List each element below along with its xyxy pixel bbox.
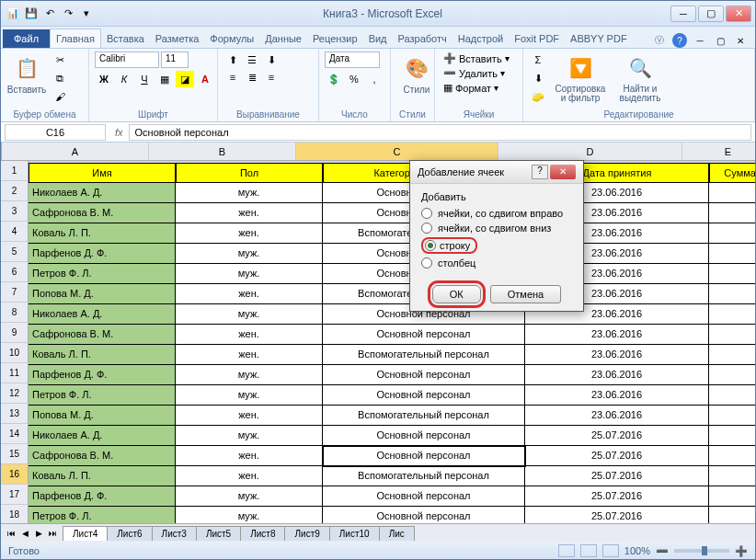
tab-home[interactable]: Главная — [50, 29, 101, 48]
cell[interactable]: Николаев А. Д. — [29, 304, 176, 325]
formula-input[interactable]: Основной персонал — [129, 124, 751, 141]
view-layout-icon[interactable] — [580, 544, 597, 557]
align-right-icon[interactable]: ≡ — [262, 69, 281, 86]
tab-addins[interactable]: Надстрой — [452, 29, 509, 48]
cell[interactable]: муж. — [176, 486, 323, 507]
row-header-12[interactable]: 12 — [1, 383, 29, 404]
cell[interactable] — [709, 507, 755, 523]
cell[interactable] — [709, 183, 755, 203]
sheet-tab[interactable]: Лист6 — [107, 526, 152, 541]
cell[interactable]: муж. — [176, 365, 323, 385]
ribbon-minimize-window[interactable]: ─ — [693, 33, 707, 48]
row-header-15[interactable]: 15 — [1, 444, 29, 464]
sheet-next-icon[interactable]: ▶ — [32, 527, 45, 540]
cell[interactable]: Попова М. Д. — [29, 284, 176, 304]
row-header-3[interactable]: 3 — [1, 201, 29, 222]
cell[interactable] — [709, 486, 755, 507]
cell[interactable]: 25.07.2016 — [525, 426, 709, 446]
tab-foxit[interactable]: Foxit PDF — [509, 29, 565, 48]
cell[interactable]: 25.07.2016 — [525, 486, 709, 507]
italic-button[interactable]: К — [115, 71, 133, 87]
fill-color-button[interactable]: ◪ — [176, 71, 194, 87]
radio-option-2[interactable] — [425, 240, 436, 251]
cell[interactable]: Сафронова В. М. — [29, 325, 176, 345]
cell[interactable]: жен. — [176, 284, 323, 304]
cell[interactable]: Основной персонал — [323, 426, 525, 446]
cell[interactable] — [709, 223, 755, 244]
cell[interactable]: жен. — [176, 446, 323, 466]
redo-icon[interactable]: ↷ — [60, 6, 76, 22]
row-header-16[interactable]: 16 — [1, 464, 29, 485]
cell[interactable]: Сафронова В. М. — [29, 203, 176, 223]
cell[interactable] — [709, 446, 755, 466]
cell[interactable]: жен. — [176, 406, 323, 426]
cell[interactable]: муж. — [176, 264, 323, 284]
align-left-icon[interactable]: ≡ — [223, 69, 242, 86]
file-tab[interactable]: Файл — [3, 29, 50, 48]
cell[interactable]: 23.06.2016 — [525, 365, 709, 385]
cell[interactable]: Коваль Л. П. — [29, 466, 176, 486]
autosum-icon[interactable]: Σ — [529, 51, 547, 68]
clear-icon[interactable]: 🧽 — [529, 88, 547, 105]
minimize-ribbon-icon[interactable]: ⓥ — [652, 33, 667, 48]
cell[interactable]: 25.07.2016 — [525, 507, 709, 523]
cell[interactable]: Вспомогательный персонал — [323, 406, 525, 426]
cell[interactable] — [709, 365, 755, 385]
border-button[interactable]: ▦ — [155, 71, 174, 87]
cell[interactable]: Парфенов Д. Ф. — [29, 244, 176, 264]
dialog-titlebar[interactable]: Добавление ячеек ? ✕ — [410, 161, 583, 184]
table-header[interactable]: Пол — [176, 163, 323, 183]
cell[interactable]: Петров Ф. Л. — [29, 385, 176, 406]
cell[interactable]: 23.06.2016 — [525, 345, 709, 365]
undo-icon[interactable]: ↶ — [41, 6, 58, 22]
row-header-5[interactable]: 5 — [1, 242, 29, 262]
sort-filter-button[interactable]: 🔽 Сортировка и фильтр — [551, 51, 610, 105]
format-painter-icon[interactable]: 🖌 — [51, 88, 69, 105]
cell[interactable]: жен. — [176, 466, 323, 486]
cell[interactable]: муж. — [176, 507, 323, 523]
cell[interactable]: муж. — [176, 385, 323, 406]
cell[interactable]: 25.07.2016 — [525, 446, 709, 466]
cell[interactable]: Сафронова В. М. — [29, 446, 176, 466]
cell[interactable]: жен. — [176, 223, 323, 244]
cell[interactable] — [709, 325, 755, 345]
column-header-D[interactable]: D — [498, 143, 682, 161]
format-cells-button[interactable]: ▦Формат ▾ — [441, 81, 517, 95]
cells-area[interactable]: ИмяПолКатегория персоналаДата принятияСу… — [29, 161, 755, 523]
row-header-10[interactable]: 10 — [1, 343, 29, 363]
comma-icon[interactable]: , — [365, 71, 384, 87]
cut-icon[interactable]: ✂ — [51, 51, 69, 68]
sheet-tab[interactable]: Лист3 — [152, 526, 197, 541]
row-header-9[interactable]: 9 — [1, 323, 29, 343]
view-pagebreak-icon[interactable] — [602, 544, 619, 557]
align-top-icon[interactable]: ⬆ — [223, 51, 242, 68]
column-header-A[interactable]: A — [2, 143, 149, 161]
zoom-in-icon[interactable]: ➕ — [735, 545, 748, 557]
cell[interactable]: Коваль Л. П. — [29, 345, 176, 365]
cell[interactable]: 23.06.2016 — [525, 325, 709, 345]
font-name-combo[interactable]: Calibri — [95, 51, 159, 68]
align-middle-icon[interactable]: ☰ — [243, 51, 261, 68]
excel-icon[interactable]: 📊 — [5, 6, 21, 22]
minimize-button[interactable]: ─ — [670, 6, 696, 22]
row-header-14[interactable]: 14 — [1, 424, 29, 444]
sheet-tab[interactable]: Лис — [379, 526, 415, 541]
save-icon[interactable]: 💾 — [23, 6, 40, 22]
table-header[interactable]: Имя — [29, 163, 176, 183]
zoom-out-icon[interactable]: ➖ — [656, 545, 669, 557]
sheet-prev-icon[interactable]: ◀ — [18, 527, 31, 540]
view-normal-icon[interactable] — [558, 544, 575, 557]
percent-icon[interactable]: % — [345, 71, 363, 87]
close-button[interactable]: ✕ — [726, 6, 751, 22]
cell[interactable]: Коваль Л. П. — [29, 223, 176, 244]
sheet-last-icon[interactable]: ⏭ — [46, 527, 59, 540]
row-header-1[interactable]: 1 — [1, 161, 29, 181]
styles-button[interactable]: 🎨 Стили — [396, 51, 437, 97]
fx-icon[interactable]: fx — [109, 127, 129, 138]
name-box[interactable]: C16 — [5, 124, 106, 141]
cell[interactable]: Николаев А. Д. — [29, 426, 176, 446]
dialog-help-button[interactable]: ? — [532, 165, 548, 179]
qat-dropdown-icon[interactable]: ▾ — [78, 6, 95, 22]
cell[interactable] — [709, 244, 755, 264]
radio-option-1[interactable] — [421, 223, 432, 234]
